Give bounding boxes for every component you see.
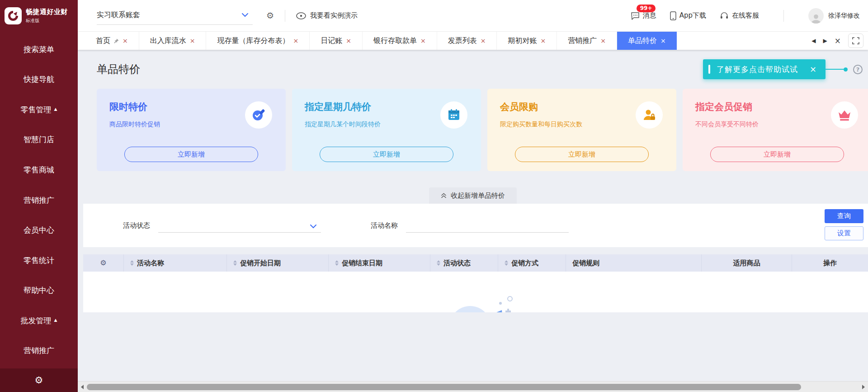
sidebar-item-help-center[interactable]: 帮助中心 bbox=[0, 275, 78, 306]
sidebar-item-label: 零售管理 bbox=[21, 105, 52, 115]
horizontal-scrollbar bbox=[78, 381, 868, 392]
page-header-right: 了解更多点击帮助试试 × ? bbox=[703, 59, 863, 79]
topbar-right: 消息 99+ App下载 在线客服 徐泽华修改 bbox=[631, 8, 860, 24]
tab-journal[interactable]: 日记账× bbox=[310, 32, 363, 50]
sidebar-item-marketing[interactable]: 营销推广 bbox=[0, 185, 78, 215]
tab-scroll-left-icon[interactable]: ◀ bbox=[811, 38, 816, 43]
sidebar-item-quick-nav[interactable]: 快捷导航 bbox=[0, 65, 78, 95]
tab-close-icon[interactable]: × bbox=[481, 38, 486, 44]
tab-close-icon[interactable]: × bbox=[190, 38, 195, 44]
tab-invoice-list[interactable]: 发票列表× bbox=[437, 32, 497, 50]
sidebar-item-wholesale-marketing[interactable]: 营销推广 bbox=[0, 335, 78, 366]
settings-button[interactable]: 设置 bbox=[825, 226, 863, 240]
column-label: 促销方式 bbox=[511, 259, 538, 268]
column-settings-cell[interactable]: ⚙ bbox=[83, 254, 124, 272]
help-question-icon[interactable]: ? bbox=[853, 65, 863, 74]
tabs-scroll: 首页 × 出入库流水× 现存量（库存分布表）× 日记账× 银行存取款单× 发票列… bbox=[85, 32, 677, 50]
fullscreen-icon[interactable] bbox=[848, 33, 863, 48]
app-root: 畅捷通好业财 标准版 搜索菜单 快捷导航 零售管理▲ 智慧门店 零售商城 营销推… bbox=[0, 0, 868, 392]
tab-inout-flow[interactable]: 出入库流水× bbox=[139, 32, 207, 50]
sidebar-item-label: 营销推广 bbox=[24, 345, 54, 356]
column-promo-method[interactable]: 促销方式 bbox=[498, 254, 566, 272]
empty-state-illustration bbox=[421, 291, 530, 312]
sidebar-item-search-menu[interactable]: 搜索菜单 bbox=[0, 34, 78, 65]
sidebar-item-label: 搜索菜单 bbox=[24, 44, 54, 55]
sidebar-item-retail-mall[interactable]: 零售商城 bbox=[0, 155, 78, 185]
scrollbar-thumb[interactable] bbox=[87, 384, 801, 390]
column-operations[interactable]: 操作 bbox=[792, 254, 868, 272]
activity-name-label: 活动名称 bbox=[371, 221, 398, 230]
collapse-label: 收起新增单品特价 bbox=[451, 191, 505, 200]
sidebar-item-label: 零售统计 bbox=[24, 255, 54, 266]
tab-close-icon[interactable]: × bbox=[293, 38, 298, 44]
demo-label: 我要看实例演示 bbox=[310, 11, 358, 20]
banner-connector-dot bbox=[844, 67, 848, 72]
column-applicable-goods[interactable]: 适用商品 bbox=[702, 254, 792, 272]
tab-label: 银行存取款单 bbox=[373, 36, 417, 46]
column-label: 操作 bbox=[823, 259, 837, 268]
app-download-button[interactable]: App下载 bbox=[670, 11, 706, 20]
sidebar-group-wholesale-management[interactable]: 批发管理▲ bbox=[0, 306, 78, 336]
tab-close-icon[interactable]: × bbox=[540, 38, 546, 44]
sidebar-item-member-center[interactable]: 会员中心 bbox=[0, 215, 78, 245]
add-limited-time-special-button[interactable]: 立即新增 bbox=[124, 147, 258, 162]
crown-icon bbox=[831, 101, 858, 129]
sidebar-footer: ⚙ bbox=[0, 368, 78, 392]
double-chevron-up-icon bbox=[441, 193, 447, 198]
sidebar-item-retail-stats[interactable]: 零售统计 bbox=[0, 245, 78, 276]
tab-home[interactable]: 首页 × bbox=[85, 32, 139, 50]
tab-controls: ◀ ▶ × bbox=[805, 32, 868, 50]
column-promo-rule[interactable]: 促销规则 bbox=[566, 254, 702, 272]
messages-button[interactable]: 消息 99+ bbox=[631, 11, 656, 20]
activity-name-input[interactable] bbox=[406, 218, 569, 233]
user-menu[interactable]: 徐泽华修改 bbox=[808, 8, 860, 24]
close-all-tabs-icon[interactable]: × bbox=[835, 37, 841, 45]
tab-label: 现存量（库存分布表） bbox=[217, 36, 289, 46]
online-service-button[interactable]: 在线客服 bbox=[720, 11, 759, 20]
column-promo-start-date[interactable]: 促销开始日期 bbox=[227, 254, 329, 272]
tab-close-icon[interactable]: × bbox=[420, 38, 426, 44]
account-set-select[interactable]: 实习联系账套 bbox=[97, 7, 253, 25]
sidebar-settings-gear-icon[interactable]: ⚙ bbox=[35, 376, 43, 385]
sidebar-group-retail-management[interactable]: 零售管理▲ bbox=[0, 95, 78, 125]
sidebar: 畅捷通好业财 标准版 搜索菜单 快捷导航 零售管理▲ 智慧门店 零售商城 营销推… bbox=[0, 0, 78, 392]
collapse-up-icon: ▲ bbox=[54, 107, 57, 111]
tab-marketing[interactable]: 营销推广× bbox=[557, 32, 617, 50]
tab-bank-deposit[interactable]: 银行存取款单× bbox=[363, 32, 437, 50]
add-weekday-special-button[interactable]: 立即新增 bbox=[320, 147, 453, 162]
tab-opening-reconciliation[interactable]: 期初对账× bbox=[497, 32, 557, 50]
column-activity-status[interactable]: 活动状态 bbox=[430, 254, 498, 272]
sidebar-item-smart-store[interactable]: 智慧门店 bbox=[0, 125, 78, 155]
activity-status-select[interactable] bbox=[158, 218, 321, 233]
scroll-right-arrow[interactable] bbox=[859, 385, 868, 389]
tab-scroll-right-icon[interactable]: ▶ bbox=[823, 38, 827, 43]
column-settings-gear-icon: ⚙ bbox=[100, 259, 106, 267]
tab-close-icon[interactable]: × bbox=[123, 38, 128, 44]
filter-panel: 活动状态 活动名称 查询 设置 bbox=[83, 204, 868, 247]
sidebar-item-label: 快捷导航 bbox=[24, 74, 54, 85]
collapse-promo-section-button[interactable]: 收起新增单品特价 bbox=[429, 187, 517, 204]
column-promo-end-date[interactable]: 促销结束日期 bbox=[329, 254, 430, 272]
tab-close-icon[interactable]: × bbox=[600, 38, 606, 44]
help-banner[interactable]: 了解更多点击帮助试试 × bbox=[703, 59, 826, 79]
tab-close-icon[interactable]: × bbox=[346, 38, 351, 44]
scroll-left-arrow[interactable] bbox=[78, 385, 87, 389]
banner-text: 了解更多点击帮助试试 bbox=[717, 64, 798, 75]
app-download-label: App下载 bbox=[679, 11, 706, 20]
topbar: 实习联系账套 ⚙ 我要看实例演示 消息 99+ App下载 bbox=[78, 0, 868, 32]
demo-link[interactable]: 我要看实例演示 bbox=[296, 11, 358, 20]
column-activity-name[interactable]: 活动名称 bbox=[124, 254, 227, 272]
banner-close-icon[interactable]: × bbox=[810, 65, 816, 73]
topbar-gear-icon[interactable]: ⚙ bbox=[266, 11, 274, 20]
add-member-purchase-limit-button[interactable]: 立即新增 bbox=[515, 147, 649, 162]
logo-text: 畅捷通好业财 标准版 bbox=[26, 8, 68, 24]
query-button[interactable]: 查询 bbox=[825, 209, 863, 223]
discount-icon bbox=[245, 101, 272, 129]
tab-close-icon[interactable]: × bbox=[660, 38, 666, 44]
person-icon bbox=[810, 13, 822, 24]
chevron-down-icon bbox=[310, 225, 316, 229]
add-member-promotion-button[interactable]: 立即新增 bbox=[710, 147, 844, 162]
divider bbox=[783, 10, 784, 22]
tab-single-item-special-active[interactable]: 单品特价× bbox=[617, 32, 677, 50]
tab-stock-distribution[interactable]: 现存量（库存分布表）× bbox=[206, 32, 310, 50]
